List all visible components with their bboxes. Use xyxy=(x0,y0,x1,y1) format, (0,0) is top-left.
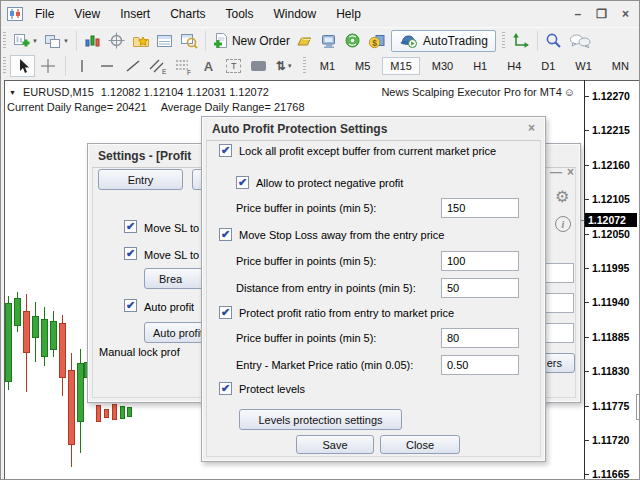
move-sl-2-checkbox[interactable]: ✔ xyxy=(124,247,137,260)
horizontal-line-tool[interactable] xyxy=(95,55,120,77)
community-button[interactable] xyxy=(317,30,341,52)
price-buffer-2-input[interactable] xyxy=(441,251,519,271)
price-tick-mark xyxy=(585,234,589,235)
auto-profit-label: Auto profit xyxy=(144,301,194,313)
menu-file[interactable]: File xyxy=(25,3,64,25)
ea-title-text: News Scalping Executor Pro for MT4 xyxy=(381,86,561,98)
save-button[interactable]: Save xyxy=(296,435,374,454)
manual-lock-label: Manual lock prof xyxy=(99,346,180,358)
check-icon: ✔ xyxy=(126,300,135,311)
text-tool[interactable]: A xyxy=(196,55,221,77)
distance-entry-input[interactable] xyxy=(441,278,519,298)
chat-button[interactable] xyxy=(566,30,594,52)
crosshair-button[interactable] xyxy=(105,30,129,52)
gold-button[interactable] xyxy=(293,30,317,52)
toolbar-grip[interactable] xyxy=(3,32,6,50)
timeframe-mn[interactable]: MN xyxy=(604,57,637,75)
negative-profit-checkbox[interactable]: ✔ xyxy=(236,176,249,189)
timeframe-h1[interactable]: H1 xyxy=(465,57,495,75)
menu-help[interactable]: Help xyxy=(326,3,371,25)
price-tick-mark xyxy=(585,165,589,166)
price-buffer-1-input[interactable] xyxy=(441,198,519,218)
move-sl-2-label: Move SL to xyxy=(144,249,199,261)
strategy-tester-button[interactable] xyxy=(177,30,201,52)
data-window-button[interactable] xyxy=(153,30,177,52)
menu-tools[interactable]: Tools xyxy=(216,3,264,25)
tick-chart-button[interactable] xyxy=(81,30,105,52)
price-buffer-3-input[interactable] xyxy=(441,328,519,348)
channel-tool[interactable]: E xyxy=(145,55,170,77)
timeframe-m15[interactable]: M15 xyxy=(382,57,419,75)
text-label-tool[interactable]: T xyxy=(221,55,246,77)
timeframe-m5[interactable]: M5 xyxy=(347,57,378,75)
axes-icon xyxy=(512,33,529,49)
check-icon: ✔ xyxy=(221,145,230,156)
move-stop-loss-label: Move Stop Loss away from the entry price xyxy=(239,229,444,241)
chart-properties-button[interactable] xyxy=(509,30,533,52)
auto-profit-checkbox[interactable]: ✔ xyxy=(124,299,137,312)
fibonacci-tool[interactable]: F xyxy=(171,55,196,77)
entry-market-ratio-input[interactable] xyxy=(441,355,519,375)
timeframe-d1[interactable]: D1 xyxy=(533,57,563,75)
info-icon[interactable]: i xyxy=(555,216,571,232)
protect-levels-checkbox[interactable]: ✔ xyxy=(219,382,232,395)
shapes-tool[interactable] xyxy=(246,55,271,77)
protect-ratio-checkbox[interactable]: ✔ xyxy=(219,306,232,319)
new-chart-button[interactable]: ▼ xyxy=(10,30,41,52)
new-order-label: New Order xyxy=(232,34,290,48)
move-stop-loss-checkbox[interactable]: ✔ xyxy=(219,228,232,241)
toolbar-separator xyxy=(76,31,77,51)
cursor-arrow-icon xyxy=(15,58,31,74)
svg-text:$: $ xyxy=(372,37,377,47)
menu-window[interactable]: Window xyxy=(264,3,327,25)
close-button[interactable]: × xyxy=(622,7,629,21)
price-axis[interactable]: 1.12072 1.122701.122151.121601.121051.12… xyxy=(585,80,640,480)
signals-button[interactable] xyxy=(341,30,365,52)
arrows-tool[interactable]: ⇅ ▼ xyxy=(272,55,297,77)
svg-text:E: E xyxy=(162,68,167,75)
check-icon: ✔ xyxy=(126,221,135,232)
entry-tab-button[interactable]: Entry xyxy=(98,169,183,190)
cursor-tool[interactable] xyxy=(10,55,35,77)
horizontal-line-icon xyxy=(99,58,115,74)
move-sl-1-checkbox[interactable]: ✔ xyxy=(124,220,137,233)
chevron-down-icon: ▼ xyxy=(63,38,69,44)
toolbar-grip[interactable] xyxy=(502,32,505,50)
trendline-tool[interactable] xyxy=(120,55,145,77)
timeframe-w1[interactable]: W1 xyxy=(567,57,600,75)
new-order-button[interactable]: New Order xyxy=(210,30,293,52)
close-dialog-button[interactable]: Close xyxy=(380,435,460,454)
timeframe-m30[interactable]: M30 xyxy=(424,57,461,75)
favorites-button[interactable] xyxy=(129,30,153,52)
menu-view[interactable]: View xyxy=(64,3,110,25)
menu-insert[interactable]: Insert xyxy=(110,3,160,25)
toolbar-grip[interactable] xyxy=(303,57,306,75)
menu-charts[interactable]: Charts xyxy=(160,3,215,25)
symbol-dropdown-icon[interactable]: ▼ xyxy=(9,89,16,96)
market-button[interactable]: $ xyxy=(365,30,389,52)
negative-profit-label: Allow to protect negative profit xyxy=(256,177,403,189)
minimize-button[interactable]: – xyxy=(575,7,582,21)
profiles-button[interactable]: ▼ xyxy=(41,30,72,52)
text-label-icon: T xyxy=(226,59,241,73)
current-daily-range: Current Daily Range= 20421 xyxy=(7,101,147,113)
autotrading-label: AutoTrading xyxy=(423,34,488,48)
arrows-tool-icon: ⇅ xyxy=(276,60,286,72)
vertical-line-tool[interactable] xyxy=(69,55,94,77)
timeframe-m1[interactable]: M1 xyxy=(312,57,343,75)
levels-protection-button[interactable]: Levels protection settings xyxy=(239,409,402,430)
restore-button[interactable]: ❐ xyxy=(596,7,607,21)
price-tick-mark xyxy=(585,337,589,338)
timeframe-h4[interactable]: H4 xyxy=(499,57,529,75)
autotrading-button[interactable]: AutoTrading xyxy=(391,30,496,52)
search-button[interactable] xyxy=(542,30,566,52)
data-window-icon xyxy=(156,33,173,49)
lock-profit-checkbox[interactable]: ✔ xyxy=(219,144,232,157)
profit-dialog-close-icon[interactable]: × xyxy=(528,122,535,134)
rectangle-shape-icon xyxy=(251,61,266,71)
price-buffer-1-label: Price buffer in points (min 5): xyxy=(236,202,376,214)
gear-icon[interactable]: ⚙ xyxy=(555,189,569,205)
toolbar-grip[interactable] xyxy=(3,57,6,75)
price-tick-label: 1.12215 xyxy=(592,124,630,136)
crosshair-tool[interactable] xyxy=(35,55,60,77)
